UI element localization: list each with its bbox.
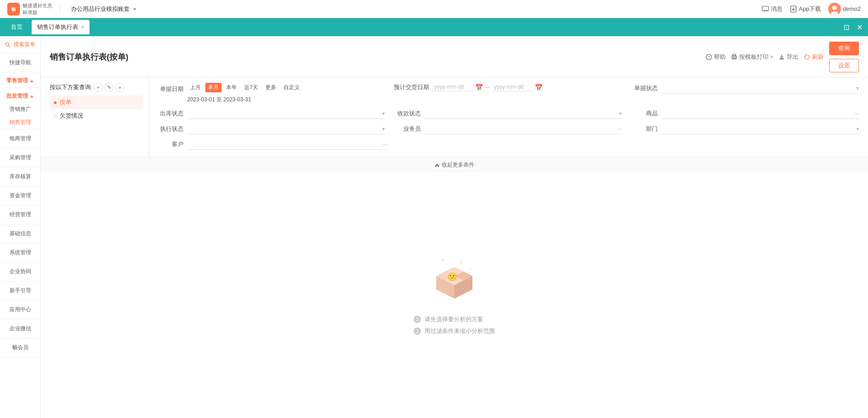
scheme-item-debt[interactable]: ○ 欠货情况 xyxy=(50,109,143,123)
department-dropdown: ▾ xyxy=(661,124,859,134)
sidebar-item-ecommerce[interactable]: 电商管理 xyxy=(0,129,40,148)
filter-panel: 按以下方案查询 + ✎ « ● 按单 ○ 欠货情况 xyxy=(41,77,868,157)
sidebar-item-operation[interactable]: 经营管理 xyxy=(0,205,40,224)
scheme-collapse-btn[interactable]: « xyxy=(115,83,124,92)
topbar-page-title: 办公用品行业模拟账套 xyxy=(71,5,130,13)
delivery-date-separator: — xyxy=(485,84,491,90)
payment-status-label: 收款状态 xyxy=(394,109,421,118)
sidebar-item-newbie[interactable]: 新手引导 xyxy=(0,281,40,300)
empty-tips: 1 请先选择要分析的方案 2 用过滤条件来缩小分析范围 xyxy=(414,314,495,337)
payment-status-input[interactable] xyxy=(425,108,618,119)
customer-more-icon[interactable]: ··· xyxy=(383,141,387,147)
this-month-btn[interactable]: 本月 xyxy=(205,83,222,92)
delivery-cal-from-icon[interactable]: 📅 xyxy=(475,84,483,91)
sidebar-item-inventory[interactable]: 库存核算 xyxy=(0,167,40,186)
page-title-row: 销售订单执行表(按单) ? 帮助 按模板打印 ▾ 导出 xyxy=(50,42,859,72)
sidebar-item-member[interactable]: 畅会员 xyxy=(0,338,40,357)
filter-row-1: 单据日期 上月 本月 本年 近7天 更多 自定义 xyxy=(156,83,859,104)
department-label: 部门 xyxy=(631,125,658,133)
tab-sales-order[interactable]: 销售订单执行表 × xyxy=(32,20,90,34)
svg-point-21 xyxy=(460,261,462,263)
scheme-add-btn[interactable]: + xyxy=(94,83,103,92)
svg-text:畅: 畅 xyxy=(11,7,16,12)
message-btn[interactable]: 消息 xyxy=(762,5,783,13)
svg-rect-13 xyxy=(733,54,736,56)
app-download-btn[interactable]: App下载 xyxy=(790,5,821,13)
sidebar-item-retail[interactable]: 零售管理 ▲ xyxy=(0,72,40,87)
exec-caret-icon[interactable]: ▾ xyxy=(382,126,385,132)
salesperson-input[interactable] xyxy=(425,124,615,134)
empty-state-area: 😕 1 请先选择要分析的方案 2 用过滤条件来缩小分析范围 xyxy=(41,172,868,418)
wholesale-expand-icon: ▲ xyxy=(30,94,34,99)
scheme-edit-btn[interactable]: ✎ xyxy=(104,83,113,92)
sidebar-item-wholesale[interactable]: 批发管理 ▲ xyxy=(0,88,40,103)
department-caret-icon[interactable]: ▾ xyxy=(856,126,859,132)
field-customer: 客户 ··· xyxy=(156,139,387,150)
last-7days-btn[interactable]: 近7天 xyxy=(241,83,261,92)
outbound-status-dropdown: ▾ xyxy=(187,108,385,119)
bill-status-label: 单据状态 xyxy=(631,84,658,92)
user-menu[interactable]: demo2 xyxy=(828,3,861,15)
sidebar-search[interactable]: 搜索菜单 xyxy=(0,36,40,53)
bill-status-row: 单据状态 ▾ xyxy=(631,83,859,94)
last-month-btn[interactable]: 上月 xyxy=(187,83,203,92)
scheme-active-icon: ● xyxy=(53,99,57,106)
collapse-icon xyxy=(434,162,440,168)
bill-status-input[interactable] xyxy=(661,83,854,93)
window-restore-icon[interactable]: ⊡ xyxy=(842,21,851,33)
customer-input[interactable] xyxy=(187,139,380,149)
export-btn[interactable]: 导出 xyxy=(778,53,798,61)
delivery-cal-to-icon[interactable]: 📅 xyxy=(535,84,542,91)
svg-text:?: ? xyxy=(708,55,710,60)
goods-input[interactable] xyxy=(661,108,852,119)
svg-rect-14 xyxy=(733,57,736,59)
divider xyxy=(60,5,60,14)
delivery-date-from[interactable] xyxy=(433,83,473,91)
sidebar-item-system[interactable]: 系统管理 xyxy=(0,243,40,262)
bill-date-range-text: 2023-03-01 至 2023-03-31 xyxy=(187,96,251,104)
sidebar-item-wechat[interactable]: 企业微信 xyxy=(0,319,40,338)
field-department: 部门 ▾ xyxy=(631,124,859,134)
sidebar-item-basic[interactable]: 基础信息 xyxy=(0,224,40,243)
goods-more-icon[interactable]: ··· xyxy=(854,110,859,117)
custom-date-btn[interactable]: 自定义 xyxy=(281,83,302,92)
payment-caret-icon[interactable]: ▾ xyxy=(619,110,622,117)
scheme-inactive-icon: ○ xyxy=(53,112,57,119)
delivery-date-to[interactable] xyxy=(492,83,533,91)
sidebar-item-purchase[interactable]: 采购管理 xyxy=(0,148,40,167)
window-close-icon[interactable]: ✕ xyxy=(855,21,864,33)
outbound-status-row: 出库状态 ▾ xyxy=(156,108,385,119)
tip-num-1: 1 xyxy=(414,316,421,323)
sidebar-item-appstore[interactable]: 应用中心 xyxy=(0,300,40,319)
sidebar-item-quick-nav[interactable]: 快捷导航 xyxy=(0,53,40,72)
outbound-status-input[interactable] xyxy=(187,108,380,119)
tab-close-icon[interactable]: × xyxy=(81,24,84,30)
bill-status-caret-icon[interactable]: ▾ xyxy=(856,85,859,91)
scheme-item-by-single[interactable]: ● 按单 xyxy=(50,95,143,109)
delivery-date-label: 预计交货日期 xyxy=(394,83,429,91)
salesperson-dropdown: ··· xyxy=(425,124,622,134)
outbound-status-label: 出库状态 xyxy=(156,109,184,118)
setting-button[interactable]: 设置 xyxy=(829,59,859,72)
exec-status-input[interactable] xyxy=(187,124,380,134)
help-btn[interactable]: ? 帮助 xyxy=(706,53,726,61)
message-icon xyxy=(762,5,769,13)
svg-point-8 xyxy=(6,43,9,46)
sidebar-sub-item-marketing[interactable]: 营销推广 xyxy=(0,103,40,116)
sidebar-item-enterprise[interactable]: 企业协同 xyxy=(0,262,40,281)
tab-home[interactable]: 首页 xyxy=(4,18,30,36)
this-year-btn[interactable]: 本年 xyxy=(223,83,240,92)
salesperson-more-icon[interactable]: ··· xyxy=(617,126,622,132)
department-input[interactable] xyxy=(661,124,854,134)
topbar-dropdown-icon[interactable]: ▾ xyxy=(133,6,136,12)
goods-dropdown: ··· xyxy=(661,108,859,119)
refresh-btn[interactable]: 刷新 xyxy=(804,53,824,61)
collapse-row[interactable]: 收起更多条件 xyxy=(41,157,868,172)
more-date-btn[interactable]: 更多 xyxy=(263,83,279,92)
filter-scheme-panel: 按以下方案查询 + ✎ « ● 按单 ○ 欠货情况 xyxy=(50,77,149,157)
sidebar-sub-item-sales[interactable]: 销售管理 xyxy=(0,116,40,129)
sidebar-item-finance[interactable]: 资金管理 xyxy=(0,186,40,205)
outbound-caret-icon[interactable]: ▾ xyxy=(382,110,385,117)
print-btn[interactable]: 按模板打印 ▾ xyxy=(731,53,773,61)
query-button[interactable]: 查询 xyxy=(829,42,859,55)
